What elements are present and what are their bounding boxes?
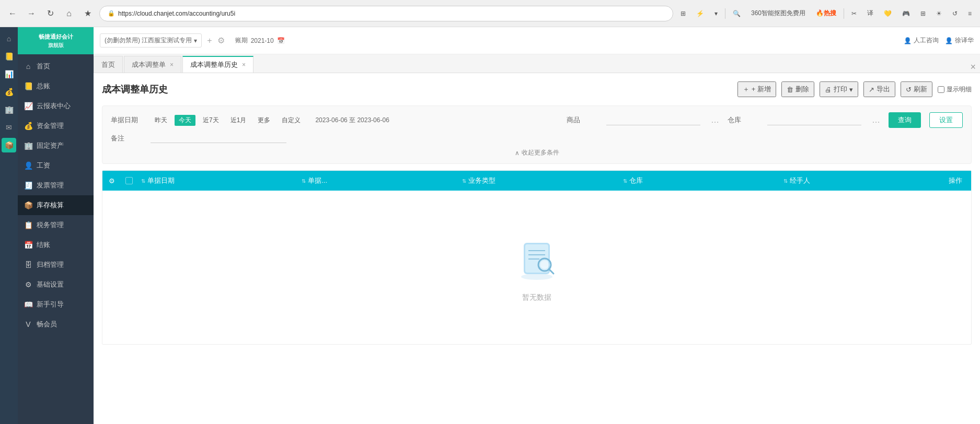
user-service[interactable]: 👤 人工咨询 — [904, 36, 939, 45]
print-dropdown-icon: ▾ — [849, 86, 853, 93]
warehouse-filter-label: 仓库 — [728, 115, 759, 125]
goods-ellipsis-btn[interactable]: … — [711, 115, 719, 125]
sidebar-item-guide[interactable]: 📖 新手引导 — [18, 295, 94, 314]
icon-bar-chart[interactable]: 📊 — [2, 67, 16, 81]
asset-icon: 🏢 — [24, 142, 32, 150]
sidebar-item-invoice[interactable]: 🧾 发票管理 — [18, 175, 94, 195]
delete-button[interactable]: 🗑 删除 — [781, 81, 814, 97]
user-profile[interactable]: 👤 徐译华 — [945, 36, 974, 45]
sidebar-item-ledger[interactable]: 📒 总账 — [18, 76, 94, 96]
search-button[interactable]: 查询 — [889, 112, 921, 128]
th-handler[interactable]: ⇅ 经手人 — [779, 176, 940, 185]
tab-cost-adjust-history-close[interactable]: × — [242, 61, 246, 68]
warehouse-filter-input[interactable] — [767, 115, 861, 125]
icon-bar-ledger[interactable]: 📒 — [2, 49, 16, 64]
wallet-icon[interactable]: 💛 — [881, 9, 895, 18]
date-btn-7days[interactable]: 近7天 — [199, 115, 223, 126]
sidebar-item-fund[interactable]: 💰 资金管理 — [18, 116, 94, 136]
sidebar-item-vip[interactable]: V 畅会员 — [18, 314, 94, 334]
sidebar-item-settings[interactable]: ⚙ 基础设置 — [18, 275, 94, 295]
sidebar-item-asset-label: 固定资产 — [37, 141, 64, 150]
date-btn-more[interactable]: 更多 — [253, 115, 274, 126]
show-cols-toggle[interactable]: 显示明细 — [938, 85, 972, 94]
tab-cost-adjust[interactable]: 成本调整单 × — [124, 56, 181, 73]
page-header: 成本调整单历史 ＋ + 新增 🗑 删除 🖨 打印 ▾ — [102, 81, 972, 97]
settings-filter-button[interactable]: 设置 — [929, 112, 963, 128]
reload-button[interactable]: ↻ — [43, 6, 57, 21]
date-btn-today[interactable]: 今天 — [175, 115, 195, 126]
table-select-all[interactable] — [121, 177, 137, 184]
tab-cost-adjust-close[interactable]: × — [170, 61, 174, 68]
translate-icon[interactable]: 译 — [864, 8, 877, 19]
search-label[interactable]: 360智能抠图免费用 — [748, 8, 809, 19]
top-bar: (勿删勿禁用) 江西服宝测试专用 ▾ + ⚙ 账期 2021-10 📅 👤 人工… — [94, 27, 980, 54]
show-cols-checkbox[interactable] — [938, 86, 944, 93]
sidebar-menu: ⌂ 首页 📒 总账 📈 云报表中心 💰 资金管理 🏢 固定资产 👤 工资 — [18, 54, 94, 424]
sidebar-item-home[interactable]: ⌂ 首页 — [18, 56, 94, 76]
fund-icon: 💰 — [24, 122, 32, 130]
dropdown-icon[interactable]: ▾ — [711, 9, 721, 18]
period-value: 2021-10 — [251, 37, 274, 44]
date-btn-custom[interactable]: 自定义 — [278, 115, 305, 126]
grid-icon[interactable]: ⊞ — [677, 9, 689, 18]
sidebar-item-tax[interactable]: 📋 税务管理 — [18, 215, 94, 235]
back-button[interactable]: ← — [5, 6, 20, 21]
sidebar-item-report[interactable]: 📈 云报表中心 — [18, 96, 94, 116]
icon-bar-mail[interactable]: ✉ — [2, 120, 16, 135]
search-icon[interactable]: 🔍 — [730, 9, 744, 18]
user-name: 徐译华 — [955, 36, 974, 45]
forward-button[interactable]: → — [24, 6, 39, 21]
undo-icon[interactable]: ↺ — [949, 9, 961, 18]
date-btn-1month[interactable]: 近1月 — [226, 115, 251, 126]
th-date[interactable]: ⇅ 单据日期 — [137, 176, 297, 185]
th-warehouse[interactable]: ⇅ 仓库 — [619, 176, 779, 185]
icon-bar-asset[interactable]: 🏢 — [2, 102, 16, 117]
app-container: ⌂ 📒 📊 💰 🏢 ✉ 📦 畅捷通好会计 旗舰版 ⌂ 首页 📒 总账 📈 云报表… — [0, 27, 980, 424]
th-voucher-label: 单据... — [308, 176, 327, 185]
th-voucher[interactable]: ⇅ 单据... — [297, 176, 458, 185]
sidebar-item-inventory[interactable]: 📦 库存核算 — [18, 195, 94, 215]
new-button[interactable]: ＋ + 新增 — [737, 81, 776, 97]
scissors-icon[interactable]: ✂ — [848, 9, 860, 18]
delete-icon: 🗑 — [787, 86, 793, 93]
hot-search-label[interactable]: 🔥热搜 — [813, 8, 839, 19]
sun-icon[interactable]: ☀ — [933, 9, 945, 18]
game-icon[interactable]: 🎮 — [899, 9, 913, 18]
collapse-button[interactable]: ∧ 收起更多条件 — [111, 148, 963, 157]
table-settings-btn[interactable]: ⚙ — [102, 177, 121, 185]
sidebar-item-fund-label: 资金管理 — [37, 121, 64, 131]
window-close-btn[interactable]: × — [966, 62, 980, 73]
calendar-icon[interactable]: 📅 — [277, 37, 285, 44]
apps-icon[interactable]: ⊞ — [917, 9, 929, 18]
settings-top-icon[interactable]: ⚙ — [217, 36, 225, 45]
print-icon: 🖨 — [825, 86, 832, 93]
date-btn-yesterday[interactable]: 昨天 — [151, 115, 171, 126]
table-header: ⚙ ⇅ 单据日期 ⇅ 单据... ⇅ 业务类型 — [102, 171, 971, 191]
tab-cost-adjust-history[interactable]: 成本调整单历史 × — [182, 56, 253, 73]
menu-icon[interactable]: ≡ — [965, 9, 975, 18]
sidebar: 畅捷通好会计 旗舰版 ⌂ 首页 📒 总账 📈 云报表中心 💰 资金管理 🏢 — [18, 27, 94, 424]
remark-filter-input[interactable] — [151, 133, 286, 143]
sidebar-item-close[interactable]: 📅 结账 — [18, 235, 94, 255]
refresh-button[interactable]: ↺ 刷新 — [901, 81, 932, 97]
print-button[interactable]: 🖨 打印 ▾ — [820, 81, 858, 97]
export-button[interactable]: ↗ 导出 — [863, 81, 895, 97]
add-company-icon[interactable]: + — [207, 36, 212, 45]
home-button[interactable]: ⌂ — [62, 6, 76, 21]
icon-bar-home[interactable]: ⌂ — [2, 31, 16, 46]
sidebar-item-archive[interactable]: 🗄 归档管理 — [18, 255, 94, 275]
sidebar-item-salary[interactable]: 👤 工资 — [18, 156, 94, 175]
tab-home[interactable]: 首页 — [94, 56, 123, 73]
svg-point-0 — [521, 274, 552, 280]
company-selector[interactable]: (勿删勿禁用) 江西服宝测试专用 ▾ — [100, 33, 202, 48]
warehouse-ellipsis-btn[interactable]: … — [872, 115, 880, 125]
star-button[interactable]: ★ — [80, 6, 95, 21]
icon-bar-fund[interactable]: 💰 — [2, 85, 16, 99]
select-all-checkbox[interactable] — [125, 177, 133, 184]
goods-filter-input[interactable] — [606, 115, 700, 125]
th-biz-type[interactable]: ⇅ 业务类型 — [458, 176, 618, 185]
sidebar-item-asset[interactable]: 🏢 固定资产 — [18, 136, 94, 156]
lightning-icon[interactable]: ⚡ — [693, 9, 707, 18]
address-bar[interactable]: 🔒 https://cloud.chanjet.com/accounting/u… — [99, 6, 673, 21]
icon-bar-inventory[interactable]: 📦 — [2, 138, 16, 152]
